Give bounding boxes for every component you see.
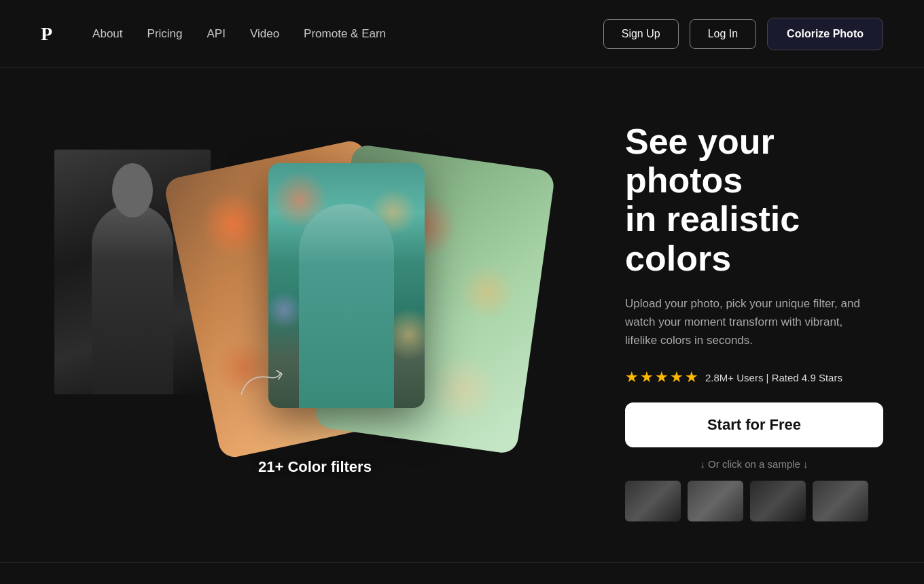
colorize-button[interactable]: Colorize Photo xyxy=(767,18,883,50)
nav-link-pricing[interactable]: Pricing xyxy=(147,27,183,40)
rating-row: ★ ★ ★ ★ ★ 2.8M+ Users | Rated 4.9 Stars xyxy=(625,368,883,386)
logo[interactable]: P xyxy=(41,23,52,45)
photo-collage: 21+ Color filters xyxy=(41,109,598,503)
star-5: ★ xyxy=(685,368,698,386)
nav-item-api[interactable]: API xyxy=(207,27,226,41)
nav-item-pricing[interactable]: Pricing xyxy=(147,27,183,41)
nav-link-promote[interactable]: Promote & Earn xyxy=(304,27,386,40)
nav-links: About Pricing API Video Promote & Earn xyxy=(92,27,603,41)
arrow-icon xyxy=(234,367,289,401)
star-rating: ★ ★ ★ ★ ★ xyxy=(625,368,698,386)
sample-thumb-2[interactable] xyxy=(688,481,743,521)
nav-item-video[interactable]: Video xyxy=(250,27,279,41)
cta-description: Upload your photo, pick your unique filt… xyxy=(625,294,870,350)
sample-images xyxy=(625,481,883,521)
nav-actions: Sign Up Log In Colorize Photo xyxy=(603,18,883,50)
sample-thumb-1[interactable] xyxy=(625,481,681,521)
trusted-section: Trusted in productions for: H B B C xyxy=(0,562,924,584)
filter-label: 21+ Color filters xyxy=(258,458,372,476)
sample-hint: ↓ Or click on a sample ↓ xyxy=(625,458,883,470)
nav-item-about[interactable]: About xyxy=(92,27,122,41)
nav-item-promote[interactable]: Promote & Earn xyxy=(304,27,386,41)
sample-thumb-3[interactable] xyxy=(750,481,806,521)
nav-link-about[interactable]: About xyxy=(92,27,122,40)
headline-line2: in realistic colors xyxy=(625,199,800,277)
nav-link-video[interactable]: Video xyxy=(250,27,279,40)
cta-headline: See your photos in realistic colors xyxy=(625,122,883,278)
cta-section: See your photos in realistic colors Uplo… xyxy=(625,109,883,521)
headline-line1: See your photos xyxy=(625,122,775,200)
sample-thumb-4[interactable] xyxy=(813,481,868,521)
star-3: ★ xyxy=(655,368,669,386)
rating-text: 2.8M+ Users | Rated 4.9 Stars xyxy=(705,372,842,383)
signup-button[interactable]: Sign Up xyxy=(603,19,679,49)
star-2: ★ xyxy=(640,368,654,386)
main-card-inner xyxy=(268,163,425,408)
star-4: ★ xyxy=(670,368,683,386)
start-free-button[interactable]: Start for Free xyxy=(625,402,883,447)
navbar: P About Pricing API Video Promote & Earn… xyxy=(0,0,924,68)
main-colorized-photo xyxy=(268,163,425,408)
star-1: ★ xyxy=(625,368,639,386)
login-button[interactable]: Log In xyxy=(690,19,756,49)
nav-link-api[interactable]: API xyxy=(207,27,226,40)
arrow-annotation xyxy=(234,367,289,403)
hero-section: 21+ Color filters See your photos in rea… xyxy=(0,68,924,549)
